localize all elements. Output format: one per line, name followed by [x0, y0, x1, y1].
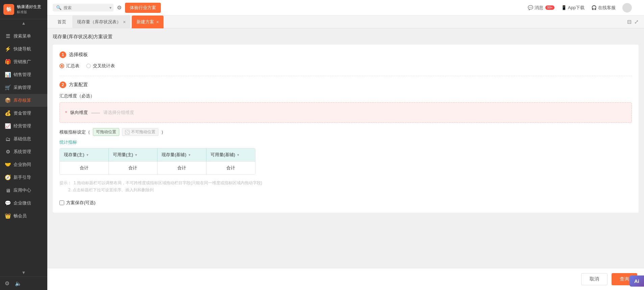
sidebar-nav: ☰ 搜索菜单 ⚡ 快捷导航 🎁 营销推广 📊 销售管理 🛒 采购管理 📦 库存核… — [0, 27, 47, 269]
minimize-icon[interactable]: ⊟ — [627, 19, 631, 25]
col-1-chevron-icon[interactable]: ▾ — [135, 153, 137, 157]
tip-0-text: 1.拖动标题栏可以调整布局，不可跨维度或指标区域拖动栏目字段(只能在同一维度或指… — [74, 180, 262, 186]
quicknav-icon: ⚡ — [5, 46, 11, 52]
sidebar-item-basic-info[interactable]: 🗂 基础信息 — [0, 132, 47, 145]
step1-badge: 1 — [59, 51, 66, 58]
expand-icon[interactable]: ⤢ — [634, 19, 639, 25]
user-avatar[interactable] — [622, 3, 632, 13]
wechat-icon: 💬 — [5, 200, 11, 206]
sidebar-item-member[interactable]: 👑 畅会员 — [0, 210, 47, 222]
col-header-3[interactable]: 可用量(基辅) ▾ — [206, 148, 255, 161]
sidebar-item-marketing[interactable]: 🎁 营销推广 — [0, 55, 47, 68]
sidebar-item-system[interactable]: ⚙ 系统管理 — [0, 145, 47, 158]
tab-new-plan[interactable]: 新建方案 × — [132, 16, 164, 28]
col-header-2-label: 现存量(基辅) — [162, 152, 187, 158]
col-3-chevron-icon[interactable]: ▾ — [237, 153, 239, 157]
sidebar-item-label: 企业协同 — [14, 162, 31, 168]
app-download-label: App下载 — [568, 5, 585, 11]
col-header-1[interactable]: 可用量(主) ▾ — [109, 148, 158, 161]
sidebar-item-sales[interactable]: 📊 销售管理 — [0, 68, 47, 81]
col-header-0[interactable]: 现存量(主) ▾ — [60, 148, 109, 161]
ai-badge[interactable]: Ai — [629, 275, 644, 287]
radio-cross-circle — [86, 64, 91, 68]
settings-card: 1 选择模板 汇总表 交叉统计表 — [53, 45, 639, 213]
indicator-settings-end: ） — [161, 129, 166, 135]
sound-icon[interactable]: 🔈 — [15, 280, 22, 287]
inventory-icon: 📦 — [5, 97, 11, 103]
sidebar-item-label: 基础信息 — [14, 136, 31, 142]
tip-1-indent — [59, 187, 66, 193]
message-badge: 99+ — [545, 5, 554, 10]
tab-new-plan-close-icon[interactable]: × — [156, 19, 159, 25]
tip-1-text: 2. 点击标题栏下拉可设置排序、插入列和删除列 — [68, 187, 154, 193]
sidebar-item-finance[interactable]: 💰 资金管理 — [0, 107, 47, 120]
radio-summary-circle — [59, 64, 64, 68]
col-0-chevron-icon[interactable]: ▾ — [86, 153, 89, 157]
tab-home[interactable]: 首页 — [53, 16, 71, 28]
tab-inventory-close-icon[interactable]: × — [123, 19, 126, 25]
online-service-button[interactable]: 🎧 在线客服 — [591, 5, 616, 11]
stats-table-body: 合计 合计 合计 合计 — [60, 161, 255, 174]
action-bar: 取消 查询 — [47, 268, 644, 290]
sidebar-item-search[interactable]: ☰ 搜索菜单 — [0, 30, 47, 43]
content-area: 现存量(库存状况表)方案设置 1 选择模板 汇总表 — [47, 28, 644, 268]
sidebar-scroll-down[interactable]: ▼ — [0, 269, 47, 276]
fixed-badge: 不可拖动位置 — [122, 128, 158, 136]
main-area: 🔍 ▾ ⚙ 体验行业方案 💬 消息 99+ 📱 App下载 🎧 在线客服 — [47, 0, 644, 290]
tab-inventory-status[interactable]: 现存量（库存状况表） × — [72, 16, 130, 28]
sidebar-item-wechat[interactable]: 💬 企业微信 — [0, 197, 47, 210]
basicinfo-icon: 🗂 — [5, 136, 11, 142]
cancel-button[interactable]: 取消 — [581, 273, 608, 285]
stats-label: 统计指标 — [59, 139, 632, 145]
stats-cell-0-2: 合计 — [157, 161, 206, 174]
col-header-0-label: 现存量(主) — [64, 152, 84, 158]
trial-industry-button[interactable]: 体验行业方案 — [125, 3, 161, 13]
sidebar-item-label: 新手引导 — [14, 174, 31, 180]
col-header-2[interactable]: 现存量(基辅) ▾ — [157, 148, 206, 161]
radio-cross-table[interactable]: 交叉统计表 — [86, 63, 115, 69]
logo-icon: 畅 — [3, 4, 14, 15]
sidebar-item-label: 营销推广 — [14, 59, 31, 65]
search-box[interactable]: 🔍 ▾ — [53, 4, 114, 11]
vertical-dim-label: 纵向维度 — [70, 110, 88, 116]
indicator-settings-label: 模板指标设定（ — [59, 129, 90, 135]
sidebar-item-app-center[interactable]: 🖥 应用中心 — [0, 184, 47, 197]
sidebar-item-operations[interactable]: 📈 经营管理 — [0, 120, 47, 132]
search-icon: 🔍 — [56, 5, 61, 10]
save-checkbox[interactable] — [59, 200, 64, 205]
col-2-chevron-icon[interactable]: ▾ — [189, 153, 191, 157]
radio-summary-table[interactable]: 汇总表 — [59, 63, 79, 69]
sidebar-bottom: ⚙ 🔈 — [0, 276, 47, 290]
guide-icon: 🧭 — [5, 174, 11, 180]
sidebar-item-label: 系统管理 — [14, 149, 31, 155]
app-download-button[interactable]: 📱 App下载 — [561, 5, 585, 11]
tips-section: 提示： 1.拖动标题栏可以调整布局，不可跨维度或指标区域拖动栏目字段(只能在同一… — [59, 180, 632, 193]
sidebar-item-quicknav[interactable]: ⚡ 快捷导航 — [0, 43, 47, 55]
sidebar-item-purchase[interactable]: 🛒 采购管理 — [0, 81, 47, 94]
tab-expand-area: ⊟ ⤢ — [627, 19, 639, 25]
tab-inventory-label: 现存量（库存状况表） — [77, 19, 121, 25]
sidebar-item-enterprise[interactable]: 🤝 企业协同 — [0, 158, 47, 171]
sidebar-item-label: 应用中心 — [14, 187, 31, 193]
operations-icon: 📈 — [5, 123, 11, 129]
sidebar-item-label: 畅会员 — [14, 213, 27, 219]
search-chevron-icon[interactable]: ▾ — [109, 5, 112, 10]
dim-placeholder[interactable]: 请选择分组维度 — [103, 110, 134, 116]
sidebar-item-guide[interactable]: 🧭 新手引导 — [0, 171, 47, 184]
message-button[interactable]: 💬 消息 99+ — [528, 5, 554, 11]
enterprise-icon: 🤝 — [5, 162, 11, 168]
sidebar-item-inventory[interactable]: 📦 库存核算 — [0, 94, 47, 107]
settings-icon[interactable]: ⚙ — [5, 280, 9, 287]
radio-summary-label: 汇总表 — [66, 63, 79, 69]
template-radio-group: 汇总表 交叉统计表 — [59, 63, 632, 69]
headset-icon: 🎧 — [591, 5, 597, 10]
sidebar-item-label: 销售管理 — [14, 72, 31, 78]
step1-header: 1 选择模板 — [59, 51, 632, 58]
sidebar-item-label: 采购管理 — [14, 84, 31, 91]
search-input[interactable] — [64, 5, 107, 10]
online-service-label: 在线客服 — [598, 5, 616, 11]
sidebar-scroll-up[interactable]: ▲ — [0, 19, 47, 27]
topbar-gear-icon[interactable]: ⚙ — [117, 4, 122, 11]
col-header-1-label: 可用量(主) — [113, 152, 133, 158]
required-star: * — [65, 110, 67, 115]
